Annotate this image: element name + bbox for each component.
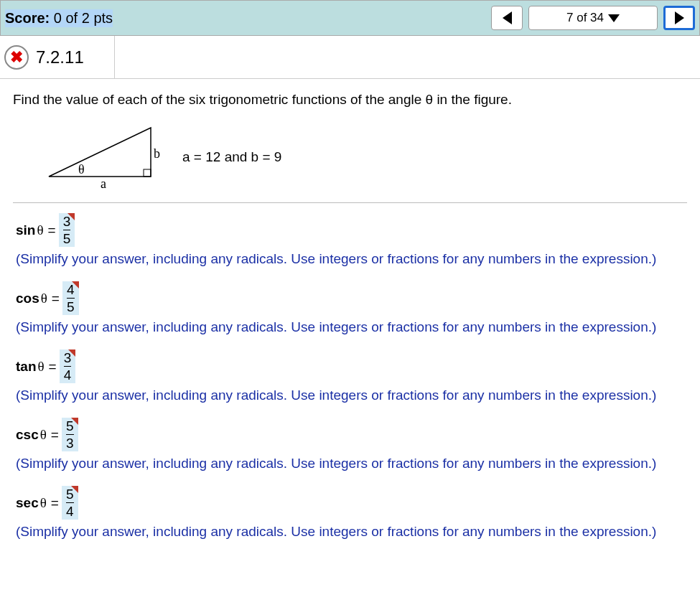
- fraction-denominator: 4: [64, 367, 72, 382]
- theta-symbol: θ: [35, 222, 45, 238]
- figure-row: b a θ a = 12 and b = 9: [13, 118, 687, 203]
- svg-rect-1: [144, 169, 151, 177]
- top-bar: Score: 0 of 2 pts 7 of 34: [0, 0, 700, 36]
- fraction-numerator: 5: [66, 419, 74, 434]
- score-label: Score:: [5, 10, 50, 26]
- prev-button[interactable]: [491, 6, 523, 30]
- triangle-left-icon: [503, 11, 512, 24]
- fraction-numerator: 4: [67, 283, 75, 298]
- incorrect-icon: ✖: [4, 45, 29, 70]
- fraction-numerator: 5: [66, 487, 74, 502]
- svg-marker-0: [49, 128, 151, 177]
- answer-input[interactable]: 3 4: [60, 349, 76, 383]
- content: Find the value of each of the six trigon…: [0, 79, 700, 540]
- question-counter-dropdown[interactable]: 7 of 34: [528, 6, 658, 30]
- answer-line: sin θ = 3 5: [16, 213, 687, 247]
- label-theta: θ: [78, 162, 85, 177]
- function-name: cos: [16, 291, 39, 306]
- fraction-denominator: 5: [63, 230, 71, 245]
- answers-section: sin θ = 3 5 (Simplify your answer, inclu…: [13, 213, 687, 540]
- triangle-right-icon: [675, 11, 684, 24]
- answer-line: cos θ = 4 5: [16, 281, 687, 315]
- equals-sign: =: [49, 291, 62, 306]
- answer-hint: (Simplify your answer, including any rad…: [16, 319, 687, 335]
- given-values: a = 12 and b = 9: [182, 149, 281, 165]
- label-a: a: [101, 177, 106, 192]
- fraction-denominator: 4: [66, 503, 74, 518]
- answer-block: sec θ = 5 4 (Simplify your answer, inclu…: [16, 486, 687, 540]
- triangle-svg: [46, 125, 154, 179]
- answer-input[interactable]: 4 5: [62, 281, 79, 315]
- answer-hint: (Simplify your answer, including any rad…: [16, 388, 687, 403]
- score-text: Score: 0 of 2 pts: [5, 9, 113, 27]
- answer-block: sin θ = 3 5 (Simplify your answer, inclu…: [16, 213, 687, 267]
- function-name: tan: [16, 359, 37, 375]
- answer-line: tan θ = 3 4: [16, 349, 687, 383]
- equals-sign: =: [45, 222, 59, 238]
- question-prompt: Find the value of each of the six trigon…: [13, 92, 687, 108]
- answer-hint: (Simplify your answer, including any rad…: [16, 251, 687, 267]
- answer-input[interactable]: 3 5: [59, 213, 75, 247]
- triangle-down-icon: [608, 14, 620, 22]
- fraction-numerator: 3: [63, 215, 71, 230]
- score-value: 0 of 2 pts: [54, 10, 113, 26]
- function-name: sec: [16, 495, 39, 511]
- fraction-denominator: 5: [67, 299, 75, 314]
- answer-line: sec θ = 5 4: [16, 486, 687, 520]
- label-b: b: [154, 146, 160, 161]
- theta-symbol: θ: [37, 359, 46, 375]
- score-area: Score: 0 of 2 pts: [5, 9, 485, 27]
- answer-line: csc θ = 5 3: [16, 418, 687, 451]
- fraction-denominator: 3: [66, 435, 74, 450]
- next-button[interactable]: [663, 6, 695, 30]
- equals-sign: =: [48, 495, 62, 511]
- answer-hint: (Simplify your answer, including any rad…: [16, 456, 687, 471]
- fraction-numerator: 3: [64, 351, 72, 366]
- answer-input[interactable]: 5 3: [62, 418, 78, 451]
- question-status-cell: ✖ 7.2.11: [0, 36, 115, 78]
- theta-symbol: θ: [39, 291, 49, 306]
- equals-sign: =: [48, 427, 62, 443]
- answer-hint: (Simplify your answer, including any rad…: [16, 524, 687, 540]
- theta-symbol: θ: [39, 427, 48, 443]
- question-header: ✖ 7.2.11: [0, 36, 700, 79]
- triangle-figure: b a θ: [46, 125, 161, 189]
- answer-block: cos θ = 4 5 (Simplify your answer, inclu…: [16, 281, 687, 335]
- function-name: csc: [16, 427, 39, 443]
- question-number: 7.2.11: [36, 47, 84, 67]
- theta-symbol: θ: [39, 495, 48, 511]
- answer-input[interactable]: 5 4: [62, 486, 78, 520]
- answer-block: tan θ = 3 4 (Simplify your answer, inclu…: [16, 349, 687, 403]
- answer-block: csc θ = 5 3 (Simplify your answer, inclu…: [16, 418, 687, 471]
- function-name: sin: [16, 222, 35, 238]
- nav-counter-text: 7 of 34: [566, 11, 604, 25]
- equals-sign: =: [46, 359, 60, 375]
